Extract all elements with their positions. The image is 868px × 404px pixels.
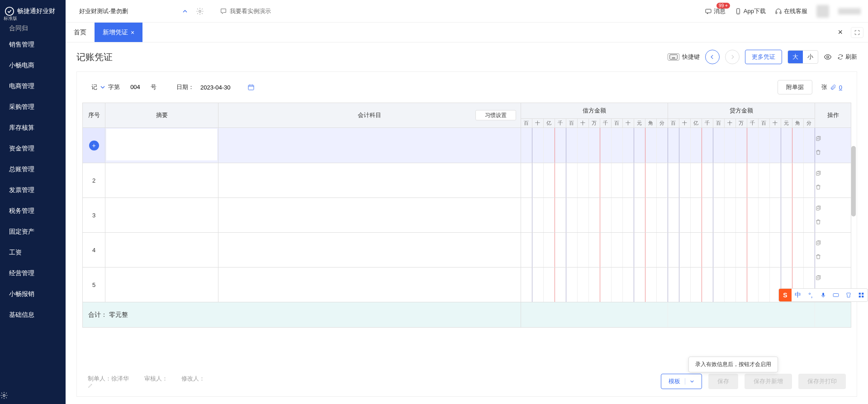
user-avatar[interactable]	[816, 5, 829, 18]
more-vouchers-button[interactable]: 更多凭证	[745, 50, 782, 64]
summary-cell[interactable]	[105, 163, 218, 198]
attachment-count[interactable]: 0	[839, 84, 842, 91]
summary-cell[interactable]	[105, 128, 218, 163]
digit-cell[interactable]	[555, 268, 566, 302]
digit-cell[interactable]	[588, 198, 600, 233]
digit-cell[interactable]	[781, 163, 792, 198]
digit-cell[interactable]	[803, 233, 815, 268]
digit-cell[interactable]	[781, 128, 792, 163]
digit-cell[interactable]	[600, 233, 611, 268]
digit-cell[interactable]	[566, 268, 577, 302]
digit-cell[interactable]	[747, 128, 758, 163]
copy-row-icon[interactable]	[815, 170, 851, 177]
digit-cell[interactable]	[792, 233, 803, 268]
digit-cell[interactable]	[588, 268, 600, 302]
attach-doc-button[interactable]: 附单据	[778, 80, 812, 94]
digit-cell[interactable]	[555, 163, 566, 198]
account-cell[interactable]	[218, 128, 521, 163]
digit-cell[interactable]	[577, 233, 588, 268]
digit-cell[interactable]	[735, 233, 747, 268]
digit-cell[interactable]	[656, 198, 668, 233]
digit-cell[interactable]	[521, 268, 532, 302]
digit-cell[interactable]	[758, 128, 769, 163]
digit-cell[interactable]	[735, 163, 747, 198]
calendar-icon[interactable]	[247, 84, 255, 91]
digit-cell[interactable]	[690, 198, 702, 233]
digit-cell[interactable]	[668, 128, 679, 163]
digit-cell[interactable]	[532, 268, 543, 302]
view-toggle-icon[interactable]	[824, 53, 832, 61]
ime-sogou-icon[interactable]: S	[779, 289, 792, 301]
digit-cell[interactable]	[713, 233, 724, 268]
demo-link[interactable]: 我要看实例演示	[220, 7, 271, 15]
digit-cell[interactable]	[769, 233, 781, 268]
close-all-tabs-icon[interactable]: ×	[834, 26, 846, 39]
digit-cell[interactable]	[656, 128, 668, 163]
digit-cell[interactable]	[724, 128, 735, 163]
template-button[interactable]: 模板	[661, 374, 702, 389]
ime-skin-icon[interactable]	[842, 289, 855, 301]
digit-cell[interactable]	[803, 163, 815, 198]
digit-cell[interactable]	[611, 268, 622, 302]
digit-cell[interactable]	[713, 128, 724, 163]
delete-row-icon[interactable]	[815, 184, 851, 190]
size-small-option[interactable]: 小	[803, 51, 818, 63]
ime-lang-icon[interactable]: 中	[792, 289, 804, 301]
digit-cell[interactable]	[588, 163, 600, 198]
digit-cell[interactable]	[758, 268, 769, 302]
digit-cell[interactable]	[747, 198, 758, 233]
summary-cell[interactable]	[105, 268, 218, 302]
digit-cell[interactable]	[769, 163, 781, 198]
messages-button[interactable]: 消息 99 +	[705, 7, 726, 15]
digit-cell[interactable]	[634, 233, 645, 268]
digit-cell[interactable]	[566, 198, 577, 233]
digit-cell[interactable]	[656, 233, 668, 268]
sidebar-item-14[interactable]: 基础信息	[0, 305, 66, 325]
sidebar-item-12[interactable]: 经营管理	[0, 263, 66, 284]
digit-cell[interactable]	[588, 233, 600, 268]
digit-cell[interactable]	[769, 128, 781, 163]
digit-cell[interactable]	[656, 268, 668, 302]
digit-cell[interactable]	[543, 268, 555, 302]
digit-cell[interactable]	[713, 198, 724, 233]
digit-cell[interactable]	[724, 268, 735, 302]
digit-cell[interactable]	[747, 268, 758, 302]
summary-input[interactable]	[106, 129, 217, 160]
digit-cell[interactable]	[781, 198, 792, 233]
digit-cell[interactable]	[521, 198, 532, 233]
digit-cell[interactable]	[622, 163, 634, 198]
copy-row-icon[interactable]	[815, 136, 851, 142]
digit-cell[interactable]	[690, 163, 702, 198]
digit-cell[interactable]	[679, 128, 690, 163]
digit-cell[interactable]	[645, 128, 656, 163]
vertical-scrollbar[interactable]	[850, 121, 856, 256]
digit-cell[interactable]	[679, 198, 690, 233]
digit-cell[interactable]	[645, 198, 656, 233]
digit-cell[interactable]	[611, 163, 622, 198]
digit-cell[interactable]	[543, 198, 555, 233]
voucher-date-input[interactable]	[200, 84, 241, 91]
sidebar-item-3[interactable]: 电商管理	[0, 76, 66, 97]
digit-cell[interactable]	[792, 198, 803, 233]
tab-new-voucher[interactable]: 新增凭证 ×	[95, 23, 142, 42]
habit-settings-button[interactable]: 习惯设置	[475, 110, 516, 121]
digit-cell[interactable]	[532, 163, 543, 198]
account-cell[interactable]	[218, 233, 521, 268]
digit-cell[interactable]	[735, 268, 747, 302]
digit-cell[interactable]	[747, 163, 758, 198]
digit-cell[interactable]	[679, 233, 690, 268]
digit-cell[interactable]	[747, 233, 758, 268]
delete-row-icon[interactable]	[815, 254, 851, 260]
digit-cell[interactable]	[622, 198, 634, 233]
sidebar-item-1[interactable]: 销售管理	[0, 34, 66, 55]
account-cell[interactable]	[218, 268, 521, 302]
digit-cell[interactable]	[781, 233, 792, 268]
sidebar-settings-icon[interactable]	[0, 391, 66, 399]
digit-cell[interactable]	[634, 268, 645, 302]
sidebar-item-9[interactable]: 税务管理	[0, 201, 66, 221]
account-cell[interactable]	[218, 198, 521, 233]
digit-cell[interactable]	[577, 198, 588, 233]
ime-keyboard-icon[interactable]	[830, 289, 842, 301]
digit-cell[interactable]	[622, 268, 634, 302]
copy-row-icon[interactable]	[815, 275, 851, 281]
